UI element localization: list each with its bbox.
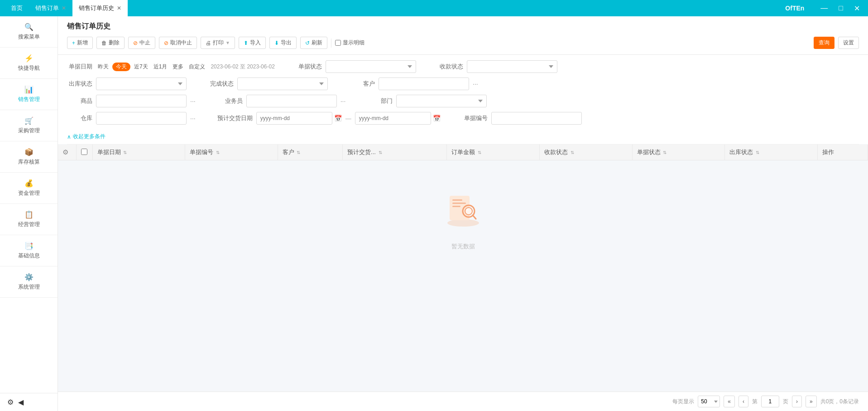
show-detail-checkbox[interactable] bbox=[335, 40, 341, 46]
table-header-row: ⚙ 单据日期 ⇅ 单据编号 ⇅ bbox=[58, 145, 868, 160]
new-button[interactable]: + 新增 bbox=[67, 37, 93, 49]
delivery-status-select[interactable] bbox=[96, 77, 187, 90]
calendar-from-icon[interactable]: 📅 bbox=[334, 115, 342, 122]
customer-input[interactable] bbox=[379, 77, 469, 90]
sidebar-item-search-menu[interactable]: 🔍 搜索菜单 bbox=[0, 16, 58, 48]
minimize-btn[interactable]: — bbox=[817, 2, 831, 14]
query-button[interactable]: 查询 bbox=[814, 37, 834, 49]
date-today-tag[interactable]: 今天 bbox=[112, 63, 130, 71]
order-status-select[interactable] bbox=[326, 60, 416, 73]
date-last7-btn[interactable]: 近7天 bbox=[132, 63, 150, 71]
tab-sales-order-close[interactable]: ✕ bbox=[62, 5, 66, 11]
warehouse-input[interactable] bbox=[96, 112, 187, 125]
sidebar-item-system-mgmt[interactable]: ⚙️ 系统管理 bbox=[0, 266, 58, 298]
page-size-select[interactable]: 10 20 50 100 bbox=[698, 396, 720, 407]
th-customer: 客户 ⇅ bbox=[278, 145, 342, 160]
print-button[interactable]: 🖨 打印 ▼ bbox=[201, 37, 235, 49]
filter-date: 单据日期 昨天 今天 近7天 近1月 更多 自定义 2023-06-02 至 2… bbox=[67, 63, 275, 71]
tab-sales-order[interactable]: 销售订单 ✕ bbox=[29, 0, 72, 16]
complete-status-select[interactable] bbox=[237, 77, 328, 90]
date-last-month-btn[interactable]: 近1月 bbox=[152, 63, 169, 71]
tab-sales-order-history-close[interactable]: ✕ bbox=[117, 5, 121, 11]
filter-row-1: 单据日期 昨天 今天 近7天 近1月 更多 自定义 2023-06-02 至 2… bbox=[67, 60, 859, 73]
date-yesterday-btn[interactable]: 昨天 bbox=[96, 63, 110, 71]
svg-point-8 bbox=[466, 209, 468, 211]
delete-button[interactable]: 🗑 删除 bbox=[96, 37, 125, 49]
sort-order-status-icon[interactable]: ⇅ bbox=[663, 150, 667, 155]
collapse-chevron-icon: ∧ bbox=[67, 134, 71, 140]
restore-btn[interactable]: □ bbox=[835, 2, 847, 14]
sidebar-item-inventory[interactable]: 📦 库存核算 bbox=[0, 141, 58, 173]
filter-department: 部门 bbox=[367, 95, 487, 107]
stop-button[interactable]: ⊘ 中止 bbox=[128, 37, 155, 49]
svg-point-0 bbox=[447, 219, 479, 227]
settings-button[interactable]: 设置 bbox=[838, 37, 859, 49]
sidebar-item-quick-nav[interactable]: ⚡ 快捷导航 bbox=[0, 48, 58, 79]
calendar-to-icon[interactable]: 📅 bbox=[433, 115, 441, 122]
table-settings-icon[interactable]: ⚙ bbox=[62, 148, 68, 156]
date-custom-btn[interactable]: 自定义 bbox=[187, 63, 207, 71]
customer-ellipsis-btn[interactable]: ··· bbox=[473, 80, 478, 87]
date-more-btn[interactable]: 更多 bbox=[171, 63, 185, 71]
show-detail-label[interactable]: 显示明细 bbox=[335, 39, 364, 47]
sort-expected-date-icon[interactable]: ⇅ bbox=[379, 150, 382, 155]
current-page-input[interactable] bbox=[761, 396, 779, 407]
close-window-btn[interactable]: ✕ bbox=[850, 2, 863, 14]
tab-sales-order-history[interactable]: 销售订单历史 ✕ bbox=[72, 0, 128, 16]
product-input[interactable] bbox=[96, 95, 187, 107]
th-amount: 订单金额 ⇅ bbox=[447, 145, 540, 160]
prev-page-btn[interactable]: ‹ bbox=[739, 396, 748, 407]
sort-customer-icon[interactable]: ⇅ bbox=[297, 150, 300, 155]
expected-date-from[interactable] bbox=[256, 112, 332, 125]
sidebar-settings-icon[interactable]: ⚙ bbox=[7, 398, 14, 406]
total-info: 共0页，0条记录 bbox=[820, 398, 859, 406]
expected-date-label: 预计交货日期 bbox=[217, 114, 253, 122]
svg-point-6 bbox=[465, 208, 472, 215]
sidebar-item-finance-label: 资金管理 bbox=[18, 189, 40, 197]
sidebar-collapse-icon[interactable]: ◀ bbox=[18, 398, 24, 406]
pagination-bar: 每页显示 10 20 50 100 « ‹ 第 页 › » 共0页，0条记录 bbox=[58, 392, 868, 411]
order-number-input[interactable] bbox=[491, 112, 582, 125]
next-page-btn[interactable]: › bbox=[792, 396, 802, 407]
salesman-label: 业务员 bbox=[217, 97, 243, 105]
refresh-button[interactable]: ↺ 刷新 bbox=[300, 37, 327, 49]
th-order-status: 单据状态 ⇅ bbox=[632, 145, 725, 160]
sidebar-item-purchase-mgmt[interactable]: 🛒 采购管理 bbox=[0, 110, 58, 141]
sort-amount-icon[interactable]: ⇅ bbox=[478, 150, 481, 155]
select-all-checkbox[interactable] bbox=[81, 149, 87, 155]
payment-status-select[interactable] bbox=[467, 60, 557, 73]
expected-date-range: 📅 — 📅 bbox=[256, 112, 441, 125]
sort-date-icon[interactable]: ⇅ bbox=[123, 150, 127, 155]
filter-warehouse: 仓库 ··· bbox=[67, 112, 196, 125]
expected-date-to[interactable] bbox=[355, 112, 431, 125]
sidebar-item-sales-mgmt[interactable]: 📊 销售管理 bbox=[0, 79, 58, 110]
sort-delivery-status-icon[interactable]: ⇅ bbox=[756, 150, 759, 155]
stop-icon: ⊘ bbox=[133, 40, 138, 46]
sort-payment-status-icon[interactable]: ⇅ bbox=[571, 150, 574, 155]
cancel-stop-button[interactable]: ⊘ 取消中止 bbox=[159, 37, 197, 49]
sort-order-no-icon[interactable]: ⇅ bbox=[216, 150, 220, 155]
print-dropdown-icon: ▼ bbox=[225, 40, 230, 45]
filter-row-4: 仓库 ··· 预计交货日期 📅 — 📅 bbox=[67, 112, 859, 125]
salesman-ellipsis-btn[interactable]: ··· bbox=[340, 97, 346, 105]
toolbar: + 新增 🗑 删除 ⊘ 中止 ⊘ 取消中止 bbox=[67, 37, 859, 49]
sidebar-item-finance[interactable]: 💰 资金管理 bbox=[0, 173, 58, 204]
export-button[interactable]: ⬇ 导出 bbox=[269, 37, 297, 49]
first-page-btn[interactable]: « bbox=[724, 396, 735, 407]
page-suffix: 页 bbox=[783, 398, 788, 406]
sidebar-item-base-info-label: 基础信息 bbox=[18, 252, 40, 260]
table-header: ⚙ 单据日期 ⇅ 单据编号 ⇅ bbox=[58, 145, 868, 160]
department-select[interactable] bbox=[396, 95, 487, 107]
warehouse-ellipsis-btn[interactable]: ··· bbox=[190, 115, 196, 122]
complete-status-label: 完成状态 bbox=[208, 80, 234, 88]
th-delivery-status: 出库状态 ⇅ bbox=[725, 145, 818, 160]
collapse-btn[interactable]: ∧ 收起更多条件 bbox=[67, 131, 859, 142]
product-ellipsis-btn[interactable]: ··· bbox=[190, 97, 196, 105]
collapse-row: ∧ 收起更多条件 bbox=[67, 129, 859, 144]
last-page-btn[interactable]: » bbox=[806, 396, 817, 407]
sidebar-item-operations[interactable]: 📋 经营管理 bbox=[0, 204, 58, 235]
sidebar-item-base-info[interactable]: 📑 基础信息 bbox=[0, 235, 58, 266]
import-button[interactable]: ⬆ 导入 bbox=[239, 37, 266, 49]
tab-home[interactable]: 首页 bbox=[5, 0, 29, 16]
salesman-input[interactable] bbox=[246, 95, 337, 107]
